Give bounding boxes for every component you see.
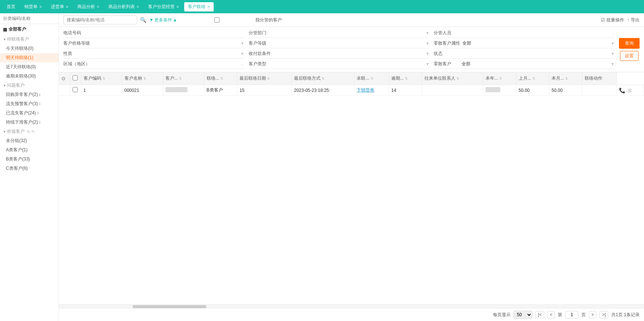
chevron-up-icon: ▲ xyxy=(173,17,177,23)
sort-icon-date: ⇅ xyxy=(267,77,270,80)
filter-customer-level-select[interactable]: ▼ xyxy=(277,41,430,45)
sort-icon-count: ⇅ xyxy=(220,77,223,80)
nav-customer-contact-close[interactable]: ✕ xyxy=(207,5,210,9)
cell-last-month: 50.00 xyxy=(549,85,582,96)
next-page-btn[interactable]: > xyxy=(589,311,596,318)
my-customers-checkbox[interactable] xyxy=(180,17,254,23)
chevron-payment: ▼ xyxy=(426,52,429,56)
gear-icon[interactable]: ⚙ xyxy=(61,76,66,82)
advanced-filter-panel: 电话号码 分管部门 ▼ 分管人员 … xyxy=(59,27,644,72)
filter-person-select[interactable]: … xyxy=(462,31,615,35)
search-button[interactable]: 🔍 xyxy=(140,17,146,23)
chevron-down-icon-2: ▼ xyxy=(3,84,6,87)
sidebar-item-class-b[interactable]: B类客户(33) xyxy=(0,155,59,164)
filter-customer-type-select[interactable]: ▼ xyxy=(277,62,430,66)
my-customers-filter[interactable]: 我分管的客户 xyxy=(180,17,282,23)
filter-dept-select[interactable]: ▼ xyxy=(277,31,430,35)
filter-retail-customer-label: 零散客户 xyxy=(434,61,459,67)
nav-purchase-order-close[interactable]: ✕ xyxy=(66,5,69,9)
page-number-input[interactable] xyxy=(565,311,578,318)
horizontal-scrollbar[interactable] xyxy=(59,304,644,308)
filter-retail-customer-select[interactable]: 全部 ▼ xyxy=(462,61,615,67)
filter-price-level-select[interactable]: ▼ xyxy=(92,41,244,45)
filter-retail-attr-select[interactable]: 全部 ▼ xyxy=(462,40,615,46)
nav-sales-order[interactable]: 销货单 ✕ xyxy=(21,2,46,11)
chevron-price: ▼ xyxy=(241,41,244,45)
pagination-bar: 每页显示 50 100 200 |< < 第 页 > >| 共1页 1条记录 xyxy=(59,308,644,321)
refresh-icon[interactable]: ↻ xyxy=(27,129,31,134)
cell-type: B类客户 xyxy=(204,85,237,96)
col-overdue: 逾期... ⇅ xyxy=(389,72,422,85)
scrollbar-thumb[interactable] xyxy=(133,305,206,308)
sidebar-group-pending: ▼ 待联络客户 xyxy=(0,35,59,44)
chevron-down-icon: ▼ xyxy=(3,38,6,41)
sidebar-item-unclassified[interactable]: 未分组(32) xyxy=(0,136,59,145)
sidebar-item-churn-warning[interactable]: 流失预警客户(3) ℹ xyxy=(0,99,59,108)
filter-phone-input[interactable] xyxy=(91,31,244,36)
query-button[interactable]: 查询 xyxy=(619,38,640,49)
filter-retail-attr: 零散客户属性 全部 ▼ xyxy=(434,40,615,48)
nav-customer-contact[interactable]: 客户联络 ✕ xyxy=(184,2,214,11)
sidebar-item-class-a[interactable]: A类客户(1) xyxy=(0,145,59,155)
row-checkbox[interactable] xyxy=(73,87,78,92)
col-uncontacted: 未联... ⇅ xyxy=(354,72,389,85)
nav-product-analysis[interactable]: 商品分析 ✕ xyxy=(74,2,103,11)
nav-customer-tier-close[interactable]: ✕ xyxy=(176,5,179,9)
table-row: 1 000021 B类客户 15 xyxy=(59,85,644,96)
last-page-btn[interactable]: >| xyxy=(599,311,608,318)
more-conditions-btn[interactable]: ▼ 更多条件 ▲ xyxy=(149,17,177,23)
last-method-link[interactable]: 下销货单 xyxy=(357,87,374,93)
batch-operation-btn[interactable]: ☑ 批量操作 xyxy=(601,17,624,23)
sidebar-item-class-c[interactable]: C类客户(6) xyxy=(0,164,59,173)
col-code[interactable]: 客户编码 ⇅ xyxy=(81,72,122,85)
col-last-method: 最后联络方式 ⇅ xyxy=(291,72,354,85)
col-contact-person: 往来单位联系人 ⇅ xyxy=(422,72,483,85)
sidebar-item-declining[interactable]: 持续下滑客户(2) ℹ xyxy=(0,118,59,127)
more-region-icon[interactable]: … xyxy=(241,62,244,66)
nav-product-analysis-close[interactable]: ✕ xyxy=(97,5,99,9)
sidebar-item-abnormal[interactable]: 回购异常客户(2) ℹ xyxy=(0,90,59,99)
sidebar-item-churned[interactable]: 已流失客户(24) ℹ xyxy=(0,108,59,118)
action-phone-icon[interactable]: 📞 xyxy=(619,87,625,93)
sidebar-all-customers[interactable]: ▦ 全部客户 xyxy=(0,24,59,35)
info-icon-4: ℹ xyxy=(39,120,41,124)
action-more-icon[interactable]: ⊞ xyxy=(627,87,632,93)
sidebar-search-input[interactable] xyxy=(3,16,58,21)
sort-icon-this-month: ⇅ xyxy=(565,77,568,80)
sort-icon-year: ⇅ xyxy=(499,77,502,80)
more-person-icon[interactable]: … xyxy=(611,31,615,35)
col-name[interactable]: 客户名称 ⇅ xyxy=(122,72,163,85)
sidebar-item-7days-pending[interactable]: 近7天待联络(0) xyxy=(0,62,59,72)
nav-customer-tier[interactable]: 客户分层经营 ✕ xyxy=(144,2,183,11)
select-all-checkbox[interactable] xyxy=(73,75,78,80)
col-last-date: 最后联络日期 ⇅ xyxy=(237,72,292,85)
search-input[interactable] xyxy=(63,15,137,24)
nav-home[interactable]: 首页 xyxy=(3,2,19,11)
nav-purchase-order[interactable]: 进货单 ✕ xyxy=(47,2,72,11)
export-btn[interactable]: ↑ 导出 xyxy=(627,17,640,23)
sidebar-item-today-pending[interactable]: 今天待联络(0) xyxy=(0,44,59,53)
first-page-btn[interactable]: |< xyxy=(535,311,544,318)
filter-payment-select[interactable]: ▼ xyxy=(277,52,430,56)
nav-product-analysis-list-close[interactable]: ✕ xyxy=(136,5,139,9)
filter-status-select[interactable]: ▼ xyxy=(462,52,615,56)
filter-nature-select[interactable]: ▼ xyxy=(91,52,244,56)
edit-icon[interactable]: ✎ xyxy=(31,129,35,134)
sidebar-item-overdue-pending[interactable]: 逾期未联络(30) xyxy=(0,72,59,81)
cell-contact-person xyxy=(483,85,516,96)
top-navigation: 首页 销货单 ✕ 进货单 ✕ 商品分析 ✕ 商品分析列表 ✕ 客户分层经营 ✕ … xyxy=(0,0,644,13)
per-page-select[interactable]: 50 100 200 xyxy=(514,311,532,319)
prev-page-btn[interactable]: < xyxy=(547,311,555,318)
nav-product-analysis-list[interactable]: 商品分析列表 ✕ xyxy=(105,2,143,11)
col-this-year: 本年... ⇅ xyxy=(483,72,516,85)
cell-name xyxy=(163,85,204,96)
setting-button[interactable]: 设置 xyxy=(620,51,638,61)
filter-retail-attr-label: 零散客户属性 xyxy=(434,40,460,46)
sort-icon-name: ⇅ xyxy=(143,77,146,80)
nav-sales-order-close[interactable]: ✕ xyxy=(39,5,42,9)
filter-phone-label: 电话号码 xyxy=(63,30,89,36)
filter-region-select[interactable]: … xyxy=(92,62,244,66)
sidebar-item-tomorrow-pending[interactable]: 明天待联络(1) xyxy=(0,53,59,62)
chevron-type: ▼ xyxy=(426,62,429,66)
cell-this-month xyxy=(582,85,617,96)
